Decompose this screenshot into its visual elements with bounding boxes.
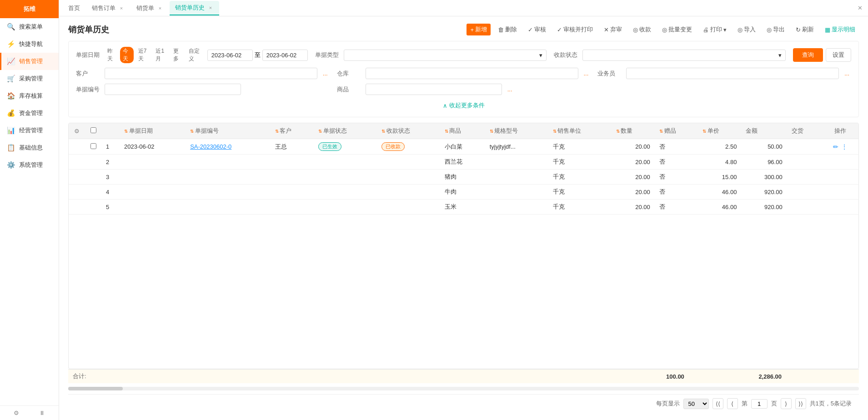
row-seq: 4 bbox=[101, 185, 120, 200]
sidebar-item-sales-mgmt[interactable]: 📈 销售管理 bbox=[0, 53, 59, 70]
sidebar-item-quick-nav[interactable]: ⚡ 快捷导航 bbox=[0, 35, 59, 53]
warehouse-ellipsis[interactable]: ... bbox=[582, 70, 591, 77]
query-button[interactable]: 查询 bbox=[793, 48, 823, 62]
delete-button[interactable]: 🗑 删除 bbox=[494, 24, 521, 35]
tab-sales-order[interactable]: 销售订单 × bbox=[86, 1, 130, 15]
abandon-button[interactable]: ✕ 弃审 bbox=[600, 24, 626, 35]
customer-input[interactable] bbox=[105, 68, 317, 79]
tab-sales-history[interactable]: 销货单历史 × bbox=[170, 1, 219, 15]
unit-price-col-header[interactable]: 单价 bbox=[698, 123, 741, 139]
shortcut-7days[interactable]: 近7天 bbox=[135, 47, 151, 63]
money-icon: 💰 bbox=[7, 109, 15, 117]
refresh-button[interactable]: ↻ 刷新 bbox=[792, 24, 818, 35]
prev-page-button[interactable]: ⟨ bbox=[727, 398, 738, 409]
settings-icon[interactable]: ⚙ bbox=[14, 410, 19, 416]
row-doc-number[interactable] bbox=[186, 185, 270, 200]
qty-col-header[interactable]: 数量 bbox=[612, 123, 655, 139]
page-number-input[interactable] bbox=[751, 399, 768, 409]
goods-col-header[interactable]: 商品 bbox=[440, 123, 485, 139]
doc-number-input[interactable] bbox=[105, 84, 241, 95]
sidebar-item-inventory[interactable]: 🏠 库存核算 bbox=[0, 87, 59, 105]
row-unit: 千克 bbox=[548, 170, 612, 185]
goods-ellipsis[interactable]: ... bbox=[506, 86, 514, 93]
row-check[interactable] bbox=[85, 170, 101, 185]
row-doc-number[interactable] bbox=[186, 170, 270, 185]
row-doc-number[interactable] bbox=[186, 200, 270, 215]
tab-sales-delivery-close[interactable]: × bbox=[157, 5, 163, 11]
row-doc-number[interactable] bbox=[186, 155, 270, 170]
tab-bar-close-button[interactable]: ✕ bbox=[856, 3, 864, 13]
shortcut-custom[interactable]: 自定义 bbox=[186, 47, 204, 63]
salesperson-ellipsis[interactable]: ... bbox=[843, 70, 851, 77]
row-qty: 20.00 bbox=[612, 185, 655, 200]
next-page-button[interactable]: ⟩ bbox=[781, 398, 792, 409]
row-transaction bbox=[787, 139, 822, 155]
per-page-select[interactable]: 20 50 100 bbox=[683, 399, 709, 409]
row-check[interactable] bbox=[85, 185, 101, 200]
page-label: 第 bbox=[742, 400, 748, 408]
filter-payment-status-group: 收款状态 ▾ bbox=[554, 50, 786, 61]
spec-col-header[interactable]: 规格型号 bbox=[485, 123, 548, 139]
print-button[interactable]: 🖨 打印 ▾ bbox=[699, 24, 730, 35]
row-check[interactable] bbox=[85, 139, 101, 155]
doc-status-col-header[interactable]: 单据状态 bbox=[314, 123, 377, 139]
row-check[interactable] bbox=[85, 155, 101, 170]
select-all-checkbox[interactable] bbox=[90, 127, 96, 133]
row-checkbox[interactable] bbox=[90, 143, 96, 149]
batch-change-button[interactable]: ◎ 批量变更 bbox=[658, 24, 696, 35]
collect-button[interactable]: ◎ 收款 bbox=[629, 24, 655, 35]
tab-home[interactable]: 首页 bbox=[63, 1, 85, 15]
tab-sales-history-close[interactable]: × bbox=[207, 5, 214, 11]
warehouse-input[interactable] bbox=[366, 68, 578, 79]
salesperson-input[interactable] bbox=[626, 68, 839, 79]
tab-sales-order-close[interactable]: × bbox=[118, 5, 125, 11]
doc-number-link[interactable]: SA-20230602-0 bbox=[190, 143, 231, 150]
tab-sales-delivery[interactable]: 销货单 × bbox=[131, 1, 169, 15]
gift-col-header[interactable]: 赠品 bbox=[655, 123, 698, 139]
payment-status-col-header[interactable]: 收款状态 bbox=[377, 123, 440, 139]
goods-input[interactable] bbox=[366, 84, 502, 95]
shortcut-yesterday[interactable]: 昨天 bbox=[105, 47, 118, 63]
date-to-input[interactable] bbox=[262, 50, 308, 61]
collapse-icon[interactable]: ⏸ bbox=[39, 410, 45, 416]
row-doc-number[interactable]: SA-20230602-0 bbox=[186, 139, 270, 155]
row-gear bbox=[69, 155, 85, 170]
doc-type-select[interactable]: ▾ bbox=[344, 50, 547, 61]
row-transaction bbox=[787, 185, 822, 200]
sidebar-item-search-menu[interactable]: 🔍 搜索菜单 bbox=[0, 18, 59, 35]
shortcut-today[interactable]: 今天 bbox=[120, 47, 134, 63]
row-payment-status bbox=[377, 170, 440, 185]
doc-number-col-header[interactable]: 单据编号 bbox=[186, 123, 270, 139]
date-from-input[interactable] bbox=[207, 50, 253, 61]
edit-icon[interactable]: ✏ bbox=[833, 143, 838, 150]
sidebar-item-finance-mgmt[interactable]: 💰 资金管理 bbox=[0, 105, 59, 122]
sidebar-item-purchase-mgmt[interactable]: 🛒 采购管理 bbox=[0, 70, 59, 87]
import-button[interactable]: ◎ 导入 bbox=[734, 24, 759, 35]
customer-ellipsis[interactable]: ... bbox=[321, 70, 330, 77]
shortcut-more[interactable]: 更多 bbox=[171, 47, 184, 63]
customer-col-header[interactable]: 客户 bbox=[271, 123, 314, 139]
shortcut-1month[interactable]: 近1月 bbox=[153, 47, 169, 63]
scrollbar-thumb[interactable] bbox=[68, 387, 123, 390]
sidebar-item-basic-info[interactable]: 📋 基础信息 bbox=[0, 139, 59, 156]
last-page-button[interactable]: ⟩⟩ bbox=[795, 398, 806, 409]
doc-date-col-header[interactable]: 单据日期 bbox=[120, 123, 186, 139]
sidebar-item-ops-mgmt[interactable]: 📊 经营管理 bbox=[0, 122, 59, 139]
horizontal-scrollbar[interactable] bbox=[68, 383, 859, 394]
settings-col-header[interactable]: ⚙ bbox=[69, 123, 85, 139]
payment-status-select[interactable]: ▾ bbox=[582, 50, 786, 61]
check-col-header[interactable] bbox=[85, 123, 101, 139]
more-icon[interactable]: ⋮ bbox=[841, 143, 848, 150]
row-check[interactable] bbox=[85, 200, 101, 215]
first-page-button[interactable]: ⟨⟨ bbox=[712, 398, 723, 409]
add-button[interactable]: + 新增 bbox=[467, 24, 491, 35]
show-details-button[interactable]: ▦ 显示明细 bbox=[821, 24, 859, 35]
import-icon: ◎ bbox=[738, 26, 743, 33]
unit-col-header[interactable]: 销售单位 bbox=[548, 123, 612, 139]
review-button[interactable]: ✓ 审核 bbox=[524, 24, 550, 35]
filter-settings-button[interactable]: 设置 bbox=[826, 48, 851, 62]
collapse-button[interactable]: ∧ 收起更多条件 bbox=[443, 100, 485, 111]
sidebar-item-sys-mgmt[interactable]: ⚙️ 系统管理 bbox=[0, 156, 59, 174]
review-print-button[interactable]: ✓ 审核并打印 bbox=[553, 24, 597, 35]
export-button[interactable]: ◎ 导出 bbox=[763, 24, 788, 35]
